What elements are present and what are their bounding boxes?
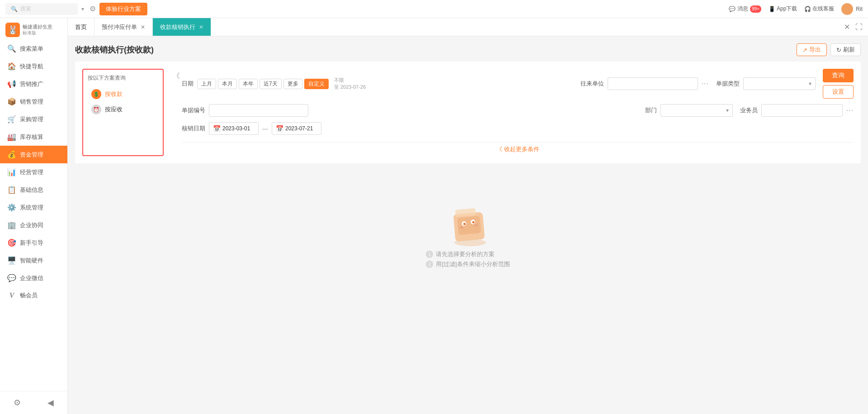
- filter-department-field: 部门 ▾: [645, 104, 733, 117]
- search-box[interactable]: 🔍 搜索: [5, 3, 78, 15]
- app-download-link[interactable]: 📱 App下载: [769, 5, 797, 13]
- collapse-icon: 《: [496, 145, 502, 153]
- filter-settings-button[interactable]: 设置: [823, 85, 854, 99]
- system-icon: ⚙️: [7, 203, 16, 212]
- message-label: 消息: [737, 5, 748, 13]
- tab-home[interactable]: 首页: [68, 18, 94, 36]
- search-chevron-icon[interactable]: ▾: [81, 6, 84, 12]
- industry-button[interactable]: 体验行业方案: [99, 3, 147, 15]
- marketing-icon: 📢: [7, 80, 16, 88]
- filter-option-by-receivable[interactable]: ⏰ 按应收: [88, 102, 158, 117]
- docnumber-input[interactable]: [209, 104, 308, 117]
- export-button[interactable]: ↗ 导出: [797, 43, 827, 56]
- filter-row-3: 核销日期 📅 2023-03-01 — 📅 2023-07-21: [182, 122, 854, 135]
- salesperson-more-icon[interactable]: ···: [846, 106, 854, 114]
- date-btn-custom[interactable]: 自定义: [304, 79, 329, 89]
- avatar: [841, 3, 853, 15]
- refresh-button[interactable]: ↻ 刷新: [830, 43, 861, 56]
- page-header: 收款核销执行(按收款) ↗ 导出 ↻ 刷新: [75, 43, 861, 56]
- filter-option-by-collection[interactable]: 💲 按收款: [88, 86, 158, 102]
- logo-icon: 🐰: [5, 23, 20, 37]
- content-area: 首页 预付冲应付单 ✕ 收款核销执行 ✕ ✕ ⛶ 收款核销执行(按收款): [68, 18, 868, 414]
- sidebar-item-marketing[interactable]: 📢 营销推广: [0, 75, 67, 93]
- sidebar-item-member[interactable]: V 畅会员: [0, 287, 67, 304]
- logo-badge: 标准版: [23, 30, 52, 36]
- tab-actions: ✕ ⛶: [839, 18, 868, 36]
- filter-salesperson-field: 业务员 ···: [740, 104, 854, 117]
- sidebar-settings-icon[interactable]: ⚙: [11, 395, 24, 410]
- filter-scheme-panel: 按以下方案查询 💲 按收款 ⏰ 按应收: [82, 69, 164, 156]
- search-icon: 🔍: [7, 44, 16, 53]
- date-btn-last-month[interactable]: 上月: [197, 79, 216, 89]
- empty-tips: 1 请先选择要分析的方案 2 用[过滤]条件来缩小分析范围: [426, 250, 509, 268]
- salesperson-input[interactable]: [761, 104, 843, 117]
- filter-date-field: 日期 上月 本月 本年 近7天 更多 自定义 不限 至: [182, 77, 366, 90]
- verifydate-to-input[interactable]: 📅 2023-07-21: [272, 122, 321, 135]
- docnumber-label: 单据编号: [182, 106, 205, 114]
- collapse-more-button[interactable]: 《 收起更多条件: [182, 142, 854, 156]
- message-count-badge: 99+: [750, 5, 761, 13]
- finance-icon: 💰: [7, 150, 16, 159]
- page-header-actions: ↗ 导出 ↻ 刷新: [797, 43, 861, 56]
- user-area[interactable]: Rit: [841, 3, 863, 15]
- collection-scheme-icon: 💲: [91, 89, 101, 99]
- query-button[interactable]: 查询: [823, 69, 854, 82]
- tab-close-all-icon[interactable]: ✕: [842, 22, 852, 32]
- top-bar-right: 💬 消息 99+ 📱 App下载 🎧 在线客服 Rit: [729, 3, 863, 15]
- sidebar-item-purchase[interactable]: 🛒 采购管理: [0, 110, 67, 128]
- sidebar-item-sales[interactable]: 📦 销售管理: [0, 93, 67, 110]
- date-btn-this-year[interactable]: 本年: [239, 79, 258, 89]
- logo-area: 🐰 畅捷通好生意 标准版: [0, 18, 67, 40]
- date-btn-this-month[interactable]: 本月: [218, 79, 237, 89]
- enterprise-icon: 🏢: [7, 221, 16, 229]
- message-button[interactable]: 💬 消息 99+: [729, 5, 761, 13]
- settings-icon[interactable]: ⚙: [90, 5, 96, 13]
- date-label: 日期: [182, 80, 193, 88]
- sidebar-item-operation[interactable]: 📊 经营管理: [0, 163, 67, 181]
- logo-text: 畅捷通好生意: [23, 24, 52, 30]
- tab-prepay-close-icon[interactable]: ✕: [141, 24, 145, 30]
- sidebar-item-search[interactable]: 🔍 搜索菜单: [0, 40, 67, 57]
- top-bar-left: 🔍 搜索 ▾ ⚙ 体验行业方案: [5, 3, 724, 15]
- salesperson-label: 业务员: [740, 106, 758, 114]
- date-separator: —: [262, 125, 268, 132]
- sidebar-item-wechat[interactable]: 💬 企业微信: [0, 269, 67, 287]
- date-btn-more[interactable]: 更多: [283, 79, 302, 89]
- sidebar-item-guide[interactable]: 🎯 新手引导: [0, 234, 67, 252]
- basicinfo-icon: 📋: [7, 186, 16, 194]
- verifydate-from-input[interactable]: 📅 2023-03-01: [209, 122, 259, 135]
- page-content: 收款核销执行(按收款) ↗ 导出 ↻ 刷新 按以下方案查询: [68, 36, 868, 414]
- operation-icon: 📊: [7, 168, 16, 176]
- sidebar: 🐰 畅捷通好生意 标准版 🔍 搜索菜单 🏠 快捷导航 📢 营销推广 📦 销售管理…: [0, 18, 68, 414]
- sidebar-item-enterprise[interactable]: 🏢 企业协同: [0, 216, 67, 234]
- counterparty-label: 往来单位: [580, 80, 604, 88]
- date-btn-last7days[interactable]: 近7天: [259, 79, 282, 89]
- sidebar-item-basicinfo[interactable]: 📋 基础信息: [0, 181, 67, 199]
- tab-spacer: [211, 18, 839, 36]
- filter-fields: 日期 上月 本月 本年 近7天 更多 自定义 不限 至: [182, 69, 854, 156]
- counterparty-input[interactable]: [608, 77, 698, 90]
- message-icon: 💬: [729, 6, 736, 12]
- sales-icon: 📦: [7, 97, 16, 106]
- refresh-icon: ↻: [836, 47, 841, 53]
- tab-collection[interactable]: 收款核销执行 ✕: [153, 18, 211, 36]
- tab-prepay[interactable]: 预付冲应付单 ✕: [94, 18, 153, 36]
- sidebar-item-hardware[interactable]: 🖥️ 智能硬件: [0, 252, 67, 269]
- online-service-link[interactable]: 🎧 在线客服: [804, 5, 834, 13]
- doctype-select[interactable]: ▾: [743, 77, 816, 90]
- tab-expand-icon[interactable]: ⛶: [854, 22, 864, 32]
- department-select[interactable]: ▾: [660, 104, 733, 117]
- export-icon: ↗: [802, 47, 807, 53]
- inventory-icon: 🏭: [7, 133, 16, 141]
- tab-collection-close-icon[interactable]: ✕: [199, 24, 203, 30]
- member-icon: V: [7, 291, 16, 300]
- counterparty-more-icon[interactable]: ···: [702, 80, 709, 88]
- filter-panel: 按以下方案查询 💲 按收款 ⏰ 按应收 《: [75, 62, 861, 163]
- sidebar-collapse-icon[interactable]: ◀: [45, 395, 57, 410]
- filter-row-1: 日期 上月 本月 本年 近7天 更多 自定义 不限 至: [182, 69, 854, 99]
- sidebar-item-quicknav[interactable]: 🏠 快捷导航: [0, 57, 67, 75]
- sidebar-item-system[interactable]: ⚙️ 系统管理: [0, 199, 67, 216]
- filter-collapse-left-button[interactable]: 《: [171, 71, 182, 81]
- sidebar-item-finance[interactable]: 💰 资金管理: [0, 146, 67, 163]
- sidebar-item-inventory[interactable]: 🏭 库存核算: [0, 128, 67, 146]
